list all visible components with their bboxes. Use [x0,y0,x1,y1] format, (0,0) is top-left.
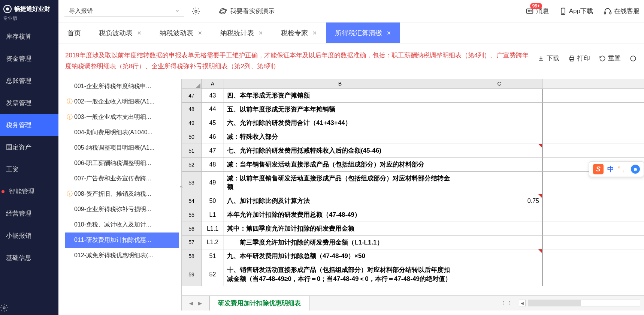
select-all-cell[interactable] [182,79,202,88]
cell-a[interactable]: L1.1 [202,222,224,236]
cell-b[interactable]: 减：当年销售研发活动直接形成产品（包括组成部分）对应的材料部分 [224,158,456,171]
form-item-10[interactable]: 011-研发费用加计扣除优惠... [65,232,179,248]
row-header[interactable]: 48 [182,103,202,116]
close-icon[interactable]: ✕ [312,30,317,36]
sidebar-item-10[interactable]: 基础信息 [0,247,58,269]
form-item-3[interactable]: 004-期间费用明细表(A1040... [65,125,179,140]
close-icon[interactable]: ✕ [198,30,202,36]
tab-4[interactable]: 税检专家✕ [272,22,326,43]
cell-b[interactable]: 减：以前年度销售研发活动直接形成产品（包括组成部分）对应材料部分结转金额 [224,172,456,194]
row-header[interactable]: 50 [182,130,202,144]
cell-b[interactable]: 其中：第四季度允许加计扣除的研发费用金额 [224,222,456,236]
cell-c[interactable] [456,144,542,158]
cell-c[interactable] [456,116,542,130]
scroll-left-button[interactable]: ◀ [519,300,526,306]
form-item-11[interactable]: 012-减免所得税优惠明细表(... [65,248,179,263]
sidebar-item-1[interactable]: 资金管理 [0,48,58,70]
cell-b[interactable]: 减：特殊收入部分 [224,130,456,144]
sheet-menu-icon[interactable]: ⋮⋮ [497,300,517,306]
breadcrumb-dropdown[interactable]: 导入报错 [64,6,184,17]
app-download-button[interactable]: App下载 [559,7,593,15]
cell-a[interactable]: 50 [202,194,224,208]
cell-a[interactable]: 52 [202,263,224,286]
row-header[interactable]: 49 [182,116,202,130]
cell-a[interactable]: L1 [202,208,224,222]
tab-2[interactable]: 纳税波动表✕ [151,22,211,43]
cell-c[interactable] [456,89,542,102]
row-header[interactable]: 55 [182,208,202,222]
form-item-6[interactable]: 007-广告费和业务宣传费跨... [65,171,179,186]
row-header[interactable]: 59 [182,263,202,286]
row-header[interactable]: 51 [182,144,202,158]
sidebar-item-9[interactable]: 小畅报销 [0,225,58,247]
horizontal-scrollbar[interactable] [528,300,640,306]
sidebar-item-6[interactable]: 工资 [0,158,58,180]
messages-button[interactable]: 99+ 消息 [526,7,549,15]
cell-c[interactable] [456,236,542,249]
cell-b[interactable]: 四、本年形成无形资产摊销额 [224,89,456,102]
sidebar-item-2[interactable]: 总账管理 [0,70,58,92]
cell-b[interactable]: 十、销售研发活动直接形成产品（包括组成部分）对应材料部分结转以后年度扣减金额（当… [224,263,456,286]
cell-c[interactable] [456,208,542,222]
form-item-0[interactable]: 001-企业所得税年度纳税申... [65,79,179,94]
cell-c[interactable] [456,103,542,116]
sheet-body[interactable]: 4743四、本年形成无形资产摊销额4844五、以前年度形成无形资产本年摊销额49… [182,89,644,296]
close-icon[interactable]: ✕ [137,30,142,36]
cell-a[interactable]: 49 [202,172,224,194]
ime-emoji-icon[interactable]: ☻ [631,165,640,174]
form-item-9[interactable]: 010-免税、减计收入及加计... [65,217,179,232]
cell-a[interactable]: 51 [202,249,224,263]
settings-button[interactable] [192,7,200,15]
cell-c[interactable] [456,249,542,263]
sidebar-item-5[interactable]: 固定资产 [0,136,58,158]
sidebar-item-0[interactable]: 库存核算 [0,26,58,48]
cell-c[interactable] [456,130,542,144]
more-icon[interactable] [630,55,637,62]
column-header-a[interactable]: A [202,79,224,88]
tab-5[interactable]: 所得税汇算清缴✕ [326,22,400,43]
cell-c[interactable] [456,222,542,236]
form-item-4[interactable]: 005-纳税调整项目明细表(A1... [65,140,179,156]
form-item-1[interactable]: ⓘ002-一般企业收入明细表(A1... [65,94,179,110]
download-button[interactable]: 下载 [538,54,559,63]
cell-b[interactable]: 六、允许扣除的研发费用合计（41+43+44） [224,116,456,130]
cell-a[interactable]: 46 [202,130,224,144]
ime-mode-label[interactable]: 中 [607,165,614,174]
cell-b[interactable]: 八、加计扣除比例及计算方法 [224,194,456,208]
cell-b[interactable]: 七、允许扣除的研发费用抵减特殊收入后的金额(45-46) [224,144,456,158]
cell-a[interactable]: 47 [202,144,224,158]
row-header[interactable]: 58 [182,249,202,263]
sheet-tab[interactable]: 研发费用加计扣除优惠明细表 [209,296,309,310]
close-icon[interactable]: ✕ [387,30,391,36]
cell-b[interactable]: 五、以前年度形成无形资产本年摊销额 [224,103,456,116]
row-header[interactable]: 54 [182,194,202,208]
cell-a[interactable]: 43 [202,89,224,102]
sidebar-item-3[interactable]: 发票管理 [0,92,58,114]
sheet-nav-prev[interactable]: ◀ [189,300,193,306]
tab-3[interactable]: 纳税统计表✕ [211,22,272,43]
form-item-8[interactable]: 009-企业所得税弥补亏损明... [65,202,179,217]
sheet-nav-next[interactable]: ▶ [198,300,202,306]
cell-a[interactable]: L1.2 [202,236,224,249]
print-button[interactable]: 打印 [568,54,590,63]
sidebar-item-4[interactable]: 税务管理 [0,114,58,136]
reset-button[interactable]: 重置 [599,54,621,63]
cell-c[interactable] [456,158,542,171]
cell-c[interactable]: 0.75 [456,194,542,208]
collapse-panel-button[interactable] [179,184,184,190]
cell-c[interactable] [456,172,542,194]
tab-0[interactable]: 首页 [58,22,90,43]
row-header[interactable]: 53 [182,172,202,194]
close-icon[interactable]: ✕ [258,30,263,36]
sidebar-settings-button[interactable] [0,301,58,315]
cell-a[interactable]: 45 [202,116,224,130]
sidebar-item-8[interactable]: 经营管理 [0,202,58,225]
cell-b[interactable]: 本年允许加计扣除的研发费用总额（47-48-49） [224,208,456,222]
cell-b[interactable]: 九、本年研发费用加计扣除总额（47-48-49）×50 [224,249,456,263]
cell-b[interactable]: 前三季度允许加计扣除的研发费用金额（L1-L1.1） [224,236,456,249]
row-header[interactable]: 57 [182,236,202,249]
customer-service-button[interactable]: 在线客服 [604,7,640,15]
demo-link[interactable]: 我要看实例演示 [219,7,275,15]
ime-punct-icon[interactable]: °， [618,165,627,174]
row-header[interactable]: 47 [182,89,202,102]
